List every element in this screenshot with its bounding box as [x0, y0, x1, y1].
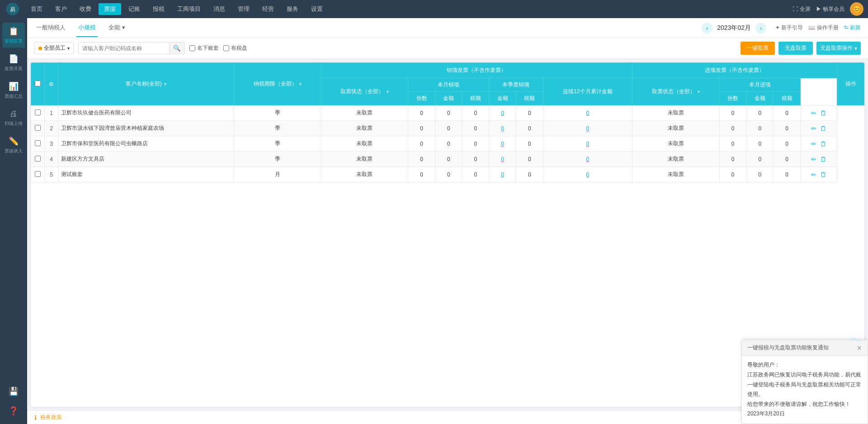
download-icon: 💾 [9, 386, 19, 396]
sidebar-label-scan: 扫描上传 [5, 120, 23, 127]
nav-message[interactable]: 消息 [208, 3, 231, 15]
row-sales-status: 未取票 [321, 167, 408, 182]
consecutive12-link[interactable]: 0 [586, 110, 590, 116]
sidebar-item-entry[interactable]: ✏️ 票据录入 [2, 133, 25, 158]
input-fetch-filter-icon[interactable]: ▾ [698, 89, 700, 94]
tax-disk-check[interactable] [223, 45, 229, 51]
employee-select[interactable]: 全部员工 ▾ [34, 42, 74, 54]
view-icon[interactable]: 🗒 [820, 125, 826, 132]
sales-quarter-amount-link[interactable]: 0 [501, 172, 504, 178]
search-input[interactable] [79, 43, 169, 53]
edit-icon[interactable]: ✏ [811, 140, 816, 148]
nav-customer[interactable]: 客户 [50, 3, 72, 15]
row-checkbox-cell [31, 167, 45, 182]
sub-header-actions: ✦ 新手引导 📖 操作手册 ↻ 刷新 [775, 24, 861, 32]
row-action-cell: ✏ 🗒 [800, 136, 837, 152]
sidebar-download[interactable]: 💾 [2, 383, 25, 400]
member-btn[interactable]: ▶ 畅享会员 [816, 5, 844, 13]
nav-operation[interactable]: 经营 [257, 3, 279, 15]
row-checkbox[interactable] [35, 110, 41, 115]
row-checkbox[interactable] [35, 140, 41, 146]
edit-icon[interactable]: ✏ [811, 171, 816, 178]
sales-quarter-amount-link[interactable]: 0 [501, 110, 504, 116]
nav-manage[interactable]: 管理 [232, 3, 255, 15]
sales-fetch-filter-icon[interactable]: ▾ [387, 89, 389, 94]
employee-dropdown-arrow: ▾ [67, 46, 70, 51]
row-input-month-count: 0 [719, 167, 746, 182]
nav-fee[interactable]: 收费 [74, 3, 97, 15]
view-icon[interactable]: 🗒 [820, 140, 826, 148]
no-disk-op-btn[interactable]: 无盘取票操作 ▾ [816, 42, 861, 55]
row-sales-quarter-amount: 0 [489, 105, 516, 121]
row-input-month-tax: 0 [774, 167, 801, 182]
row-sales-month-amount: 0 [435, 152, 462, 167]
row-customer-name: 卫辉市保和堂医药有限公司虫蛾路店 [58, 136, 234, 152]
no-disk-op-arrow: ▾ [854, 45, 857, 52]
row-consecutive12: 0 [543, 105, 632, 121]
tab-small-scale[interactable]: 小规模 [76, 19, 98, 37]
sidebar-item-smart-fetch[interactable]: 📋 智能取票 [2, 23, 25, 48]
sidebar-help[interactable]: ❓ [2, 402, 25, 419]
employee-dot [38, 47, 42, 50]
toolbar-right: 一键取票 无盘取票 无盘取票操作 ▾ [741, 42, 861, 55]
nav-business[interactable]: 工商项目 [172, 3, 206, 15]
customer-filter-icon[interactable]: ▾ [164, 81, 166, 86]
nav-bookkeeping[interactable]: 记账 [123, 3, 146, 15]
consecutive12-link[interactable]: 0 [586, 141, 590, 147]
manual-btn[interactable]: 📖 操作手册 [808, 24, 838, 32]
tab-all[interactable]: 全能 ▾ [107, 19, 127, 37]
prev-date-btn[interactable]: ‹ [702, 23, 712, 33]
row-input-month-tax: 0 [774, 105, 801, 121]
consecutive12-link[interactable]: 0 [586, 156, 590, 162]
one-key-fetch-btn[interactable]: 一键取票 [741, 42, 775, 55]
sales-quarter-amount-link[interactable]: 0 [501, 156, 504, 162]
th-checkbox [31, 63, 45, 105]
row-action-cell: ✏ 🗒 [800, 152, 837, 167]
row-checkbox[interactable] [35, 156, 41, 162]
select-all-checkbox[interactable] [35, 81, 41, 86]
view-icon[interactable]: 🗒 [820, 171, 826, 178]
row-checkbox-cell [31, 121, 45, 136]
no-disk-fetch-btn[interactable]: 无盘取票 [778, 42, 813, 55]
new-guide-btn[interactable]: ✦ 新手引导 [775, 24, 803, 32]
row-sales-month-tax: 0 [462, 136, 489, 152]
view-icon[interactable]: 🗒 [820, 156, 826, 163]
logo: 易 [5, 1, 21, 17]
view-icon[interactable]: 🗒 [820, 110, 826, 117]
sidebar-item-scan[interactable]: 🖨 扫描上传 [2, 105, 25, 130]
edit-icon[interactable]: ✏ [811, 110, 816, 117]
my-accounts-checkbox[interactable]: 名下账套 [189, 44, 219, 52]
tax-disk-checkbox[interactable]: 有税盘 [223, 44, 247, 52]
edit-icon[interactable]: ✏ [811, 156, 816, 163]
avatar[interactable]: 😊 [850, 2, 863, 16]
next-date-btn[interactable]: › [755, 23, 766, 33]
tab-general-taxpayer[interactable]: 一般纳税人 [34, 19, 67, 37]
nav-invoice[interactable]: 票据 [99, 3, 121, 15]
row-tax-period: 季 [234, 105, 321, 121]
tax-policy-link[interactable]: 税务政策 [40, 414, 62, 421]
consecutive12-link[interactable]: 0 [586, 172, 590, 178]
main-layout: 📋 智能取票 📄 发票开具 📊 票据汇总 🖨 扫描上传 ✏️ 票据录入 💾 ❓ [0, 18, 868, 424]
row-sales-month-amount: 0 [435, 121, 462, 136]
sales-quarter-amount-link[interactable]: 0 [501, 125, 504, 132]
table-row: 5 测试账套 月 未取票 0 0 0 0 0 0 未取票 0 0 0 ✏ 🗒 [31, 167, 864, 182]
refresh-btn[interactable]: ↻ 刷新 [844, 24, 861, 32]
nav-service[interactable]: 服务 [281, 3, 304, 15]
sidebar-item-summary[interactable]: 📊 票据汇总 [2, 78, 25, 103]
row-checkbox[interactable] [35, 125, 41, 131]
consecutive12-link[interactable]: 0 [586, 125, 590, 132]
nav-settings[interactable]: 设置 [306, 3, 328, 15]
my-accounts-check[interactable] [189, 45, 195, 51]
row-consecutive12: 0 [543, 121, 632, 136]
nav-home[interactable]: 首页 [25, 3, 48, 15]
search-button[interactable]: 🔍 [169, 43, 184, 54]
row-tax-period: 月 [234, 167, 321, 182]
top-navigation: 易 首页 客户 收费 票据 记账 报税 工商项目 消息 管理 经营 服务 设置 … [0, 0, 868, 18]
sales-quarter-amount-link[interactable]: 0 [501, 141, 504, 147]
nav-tax[interactable]: 报税 [147, 3, 170, 15]
tax-period-filter-icon[interactable]: ▾ [299, 81, 302, 86]
row-checkbox[interactable] [35, 171, 41, 177]
fullscreen-btn[interactable]: ⛶ 全屏 [793, 5, 810, 13]
sidebar-item-open-invoice[interactable]: 📄 发票开具 [2, 50, 25, 76]
edit-icon[interactable]: ✏ [811, 125, 816, 132]
